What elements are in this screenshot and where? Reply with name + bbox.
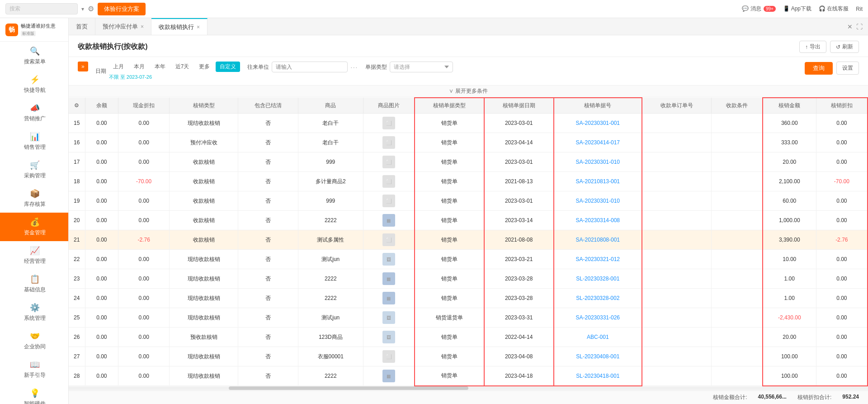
tab-writeoff[interactable]: 收款核销执行 × bbox=[151, 18, 208, 35]
filter-date-this-year[interactable]: 本年 bbox=[151, 62, 170, 72]
cell-voucher-no[interactable]: SA-20230414-017 bbox=[554, 133, 642, 152]
sidebar-item-finance[interactable]: 💰 资金管理 bbox=[0, 213, 68, 241]
message-btn[interactable]: 💬 消息 99+ bbox=[742, 5, 776, 13]
online-service-btn[interactable]: 🎧 在线客服 bbox=[819, 5, 849, 13]
online-service-label: 在线客服 bbox=[827, 5, 849, 12]
dropdown-icon[interactable]: ▾ bbox=[81, 6, 84, 12]
sidebar-item-hardware[interactable]: 💡 智能硬件 bbox=[0, 384, 68, 404]
search-menu-icon: 🔍 bbox=[30, 46, 40, 56]
sidebar-item-sales[interactable]: 📊 销售管理 bbox=[0, 127, 68, 156]
tab-close-all-icon[interactable]: ✕ bbox=[847, 23, 853, 30]
filter-voucher-type-select[interactable]: 请选择 bbox=[390, 62, 453, 72]
filter-date-7days[interactable]: 近7天 bbox=[171, 62, 193, 72]
scrollbar-thumb[interactable] bbox=[229, 386, 468, 390]
refresh-label: 刷新 bbox=[842, 43, 853, 51]
cell-write-off-discount: 0.00 bbox=[816, 152, 868, 172]
cell-id: 17 bbox=[69, 152, 85, 172]
cell-voucher-no[interactable]: SL-20230328-002 bbox=[554, 289, 642, 308]
cell-product-img: ▦ bbox=[363, 211, 415, 230]
query-btn[interactable]: 查询 bbox=[805, 62, 833, 75]
export-btn[interactable]: ↑ 导出 bbox=[799, 41, 826, 53]
cell-receipt-terms bbox=[711, 289, 763, 308]
table-row: 25 0.00 0.00 现结收款核销 否 测试jun 🖼 销货退货单 2023… bbox=[69, 308, 868, 328]
cell-write-off-type: 收款核销 bbox=[170, 211, 238, 230]
filter-date-more[interactable]: 更多 bbox=[195, 62, 214, 72]
cell-product: 123D商品 bbox=[298, 328, 363, 347]
product-thumbnail: 🖼 bbox=[382, 331, 395, 343]
sidebar-item-operations[interactable]: 📈 经营管理 bbox=[0, 241, 68, 270]
tab-home[interactable]: 首页 bbox=[69, 18, 95, 35]
sidebar-item-search[interactable]: 🔍 搜索菜单 bbox=[0, 42, 68, 70]
filter-date-this-month[interactable]: 本月 bbox=[130, 62, 149, 72]
tab-expand-icon[interactable]: ⛶ bbox=[856, 23, 863, 30]
cell-receipt-terms bbox=[711, 366, 763, 386]
expand-more-bar[interactable]: ∨ 展开更多条件 bbox=[69, 86, 868, 97]
sidebar-item-marketing[interactable]: 📣 营销推广 bbox=[0, 99, 68, 127]
product-thumbnail: ▦ bbox=[382, 272, 395, 285]
cell-voucher-type: 销货单 bbox=[415, 114, 484, 133]
app-download-btn[interactable]: 📱 App下载 bbox=[783, 5, 811, 13]
cell-voucher-no[interactable]: SA-20230301-010 bbox=[554, 191, 642, 211]
cell-product: 2222 bbox=[298, 211, 363, 230]
filter-settings-btn[interactable]: 设置 bbox=[836, 62, 859, 75]
cell-include-settled: 否 bbox=[238, 172, 298, 191]
cell-id: 26 bbox=[69, 328, 85, 347]
cell-write-off-type: 现结收款核销 bbox=[170, 250, 238, 269]
sidebar: 畅 畅捷通谁好生意 标准版 🔍 搜索菜单 ⚡ 快捷导航 📣 营销推广 📊 销售管… bbox=[0, 18, 69, 404]
filter-date-last-month[interactable]: 上月 bbox=[109, 62, 128, 72]
cell-voucher-no[interactable]: SL-20230328-001 bbox=[554, 269, 642, 289]
cell-voucher-no[interactable]: SA-20230321-012 bbox=[554, 250, 642, 269]
tab-prepay-close[interactable]: × bbox=[141, 24, 144, 30]
top-search-input[interactable]: 搜索 bbox=[5, 3, 78, 14]
sidebar-item-purchase[interactable]: 🛒 采购管理 bbox=[0, 156, 68, 184]
filter-partner-input[interactable] bbox=[272, 62, 348, 72]
cell-include-settled: 否 bbox=[238, 230, 298, 250]
gear-icon[interactable]: ⚙ bbox=[88, 5, 94, 13]
filter-partner-dots[interactable]: ··· bbox=[350, 64, 358, 71]
cell-voucher-no[interactable]: SA-20230301-001 bbox=[554, 114, 642, 133]
tab-writeoff-close[interactable]: × bbox=[197, 24, 200, 30]
cell-voucher-no[interactable]: SA-20210808-001 bbox=[554, 230, 642, 250]
filter-voucher-type-group: 单据类型 请选择 bbox=[365, 62, 453, 72]
export-label: 导出 bbox=[810, 43, 821, 51]
cell-voucher-date: 2021-08-13 bbox=[484, 172, 554, 191]
sidebar-label-enterprise: 企业协同 bbox=[24, 343, 46, 351]
cell-receipt-terms bbox=[711, 230, 763, 250]
trial-btn[interactable]: 体验行业方案 bbox=[98, 3, 146, 15]
cell-voucher-no[interactable]: ABC-001 bbox=[554, 328, 642, 347]
hardware-icon: 💡 bbox=[30, 388, 40, 398]
sidebar-item-shortcuts[interactable]: ⚡ 快捷导航 bbox=[0, 70, 68, 99]
filter-date-range: 不限 至 2023-07-26 bbox=[109, 74, 241, 81]
sidebar-item-guide[interactable]: 📖 新手引导 bbox=[0, 355, 68, 384]
cell-product: 2222 bbox=[298, 289, 363, 308]
cell-voucher-date: 2023-03-28 bbox=[484, 269, 554, 289]
cell-voucher-no[interactable]: SA-20210813-001 bbox=[554, 172, 642, 191]
cell-voucher-date: 2023-03-14 bbox=[484, 211, 554, 230]
cell-voucher-type: 销货退货单 bbox=[415, 308, 484, 328]
cell-voucher-no[interactable]: SL-20230408-001 bbox=[554, 347, 642, 366]
cell-write-off-discount: -70.00 bbox=[816, 172, 868, 191]
refresh-btn[interactable]: ↺ 刷新 bbox=[830, 41, 859, 53]
footer-summary: 核销金额合计: 40,556,66... 核销折扣合计: 952.24 bbox=[69, 390, 868, 404]
cell-voucher-no[interactable]: SA-20230301-010 bbox=[554, 152, 642, 172]
cell-voucher-no[interactable]: SA-20230314-008 bbox=[554, 211, 642, 230]
sidebar-item-enterprise[interactable]: 🤝 企业协同 bbox=[0, 327, 68, 355]
sidebar-item-inventory[interactable]: 📦 库存核算 bbox=[0, 184, 68, 213]
cell-voucher-no[interactable]: SL-20230418-001 bbox=[554, 366, 642, 386]
cell-balance: 0.00 bbox=[85, 366, 118, 386]
cell-voucher-no[interactable]: SA-20230331-026 bbox=[554, 308, 642, 328]
horizontal-scrollbar[interactable] bbox=[69, 386, 868, 390]
cell-voucher-date: 2023-04-08 bbox=[484, 347, 554, 366]
tab-prepay[interactable]: 预付冲应付单 × bbox=[95, 18, 151, 35]
operations-icon: 📈 bbox=[30, 246, 40, 256]
filter-date-options: 上月 本月 本年 近7天 更多 自定义 bbox=[109, 62, 241, 72]
cell-product-img: 🖼 bbox=[363, 250, 415, 269]
user-name[interactable]: Rit bbox=[856, 6, 863, 12]
sidebar-item-basic-info[interactable]: 📋 基础信息 bbox=[0, 270, 68, 298]
cell-write-off-discount: 0.00 bbox=[816, 347, 868, 366]
col-header-settings[interactable]: ⚙ bbox=[69, 98, 85, 114]
sidebar-item-system[interactable]: ⚙️ 系统管理 bbox=[0, 298, 68, 327]
filter-toggle-btn[interactable]: » bbox=[78, 62, 88, 71]
filter-date-custom[interactable]: 自定义 bbox=[216, 62, 240, 72]
main-content: 首页 预付冲应付单 × 收款核销执行 × ✕ ⛶ 收款核销执行(按收款) bbox=[69, 18, 868, 404]
